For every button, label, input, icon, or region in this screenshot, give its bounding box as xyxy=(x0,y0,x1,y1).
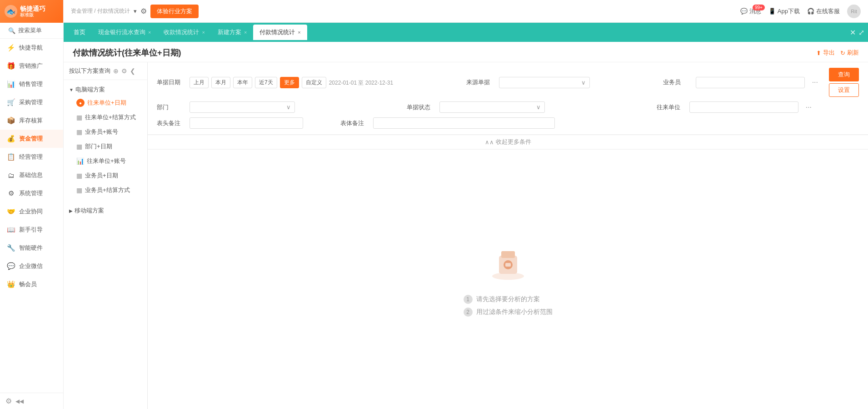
date-btn-7days[interactable]: 近7天 xyxy=(255,77,277,88)
sidebar-item-marketing[interactable]: 🎁 营销推广 xyxy=(0,57,63,75)
sidebar-item-quick-nav[interactable]: ⚡ 快捷导航 xyxy=(0,39,63,57)
basic-info-icon: 🗂 xyxy=(6,171,15,180)
partner-more-icon[interactable]: ··· xyxy=(806,103,812,111)
settings-button[interactable]: 设置 xyxy=(829,83,859,97)
scheme-item-staff-settlement[interactable]: ▦ 业务员+结算方式 xyxy=(64,183,147,197)
sidebar-item-guide[interactable]: 📖 新手引导 xyxy=(0,221,63,239)
breadcrumb-dropdown-icon[interactable]: ▾ xyxy=(134,8,137,15)
partner-input[interactable] xyxy=(689,101,798,113)
table-icon-4: ▦ xyxy=(76,172,82,179)
tip-text-1: 请先选择要分析的方案 xyxy=(476,295,540,303)
sidebar-item-system[interactable]: ⚙ 系统管理 xyxy=(0,184,63,202)
operations-icon: 📋 xyxy=(6,152,15,162)
empty-illustration xyxy=(485,242,531,288)
tip-num-1: 1 xyxy=(464,295,473,304)
tab-close-all-icon[interactable]: ✕ xyxy=(850,28,856,37)
sidebar-item-cooperation[interactable]: 🤝 企业协同 xyxy=(0,202,63,221)
sidebar: 🐟 畅捷通巧 标准版 🔍 搜索菜单 ⚡ 快捷导航 🎁 营销推广 📊 销售管理 🛒… xyxy=(0,0,64,409)
collapse-conditions-button[interactable]: ∧∧ 收起更多条件 xyxy=(485,138,531,146)
tab-home-label: 首页 xyxy=(74,28,85,36)
bottom-settings-icon[interactable]: ⚙ xyxy=(5,397,12,405)
sidebar-item-purchase[interactable]: 🛒 采购管理 xyxy=(0,93,63,111)
online-service-item[interactable]: 🎧 在线客服 xyxy=(807,7,840,15)
sidebar-item-inventory[interactable]: 📦 库存核算 xyxy=(0,111,63,130)
date-btn-more[interactable]: 更多 xyxy=(280,77,299,88)
inventory-icon: 📦 xyxy=(6,116,15,125)
tab-fullscreen-icon[interactable]: ⤢ xyxy=(858,28,864,37)
collapse-scheme-icon[interactable]: ❮ xyxy=(130,67,135,75)
scheme-item-staff-account[interactable]: ▦ 业务员+账号 xyxy=(64,125,147,139)
avatar[interactable]: Rit xyxy=(847,5,861,18)
sidebar-bottom: ⚙ ◀◀ xyxy=(0,393,63,409)
filter-row-2: 部门 ∨ 单据状态 ∨ 往来单位 ··· xyxy=(157,101,859,113)
sidebar-item-hardware[interactable]: 🔧 智能硬件 xyxy=(0,239,63,257)
sidebar-item-label: 企业协同 xyxy=(19,207,43,216)
logo-icon: 🐟 xyxy=(5,5,17,18)
scheme-item-partner-account[interactable]: 📊 往来单位+账号 xyxy=(64,154,147,168)
query-button[interactable]: 查询 xyxy=(829,68,859,81)
sidebar-collapse-icon[interactable]: ◀◀ xyxy=(15,398,24,404)
refresh-button[interactable]: ↻ 刷新 xyxy=(840,49,859,57)
date-btn-this-year[interactable]: 本年 xyxy=(233,77,252,88)
date-btn-custom[interactable]: 自定义 xyxy=(302,77,326,88)
tip-text-2: 用过滤条件来缩小分析范围 xyxy=(476,308,553,316)
scheme-panel-title: 按以下方案查询 xyxy=(69,67,110,75)
scheme-section-mobile-header[interactable]: ▶ 移动端方案 xyxy=(64,205,147,217)
date-btn-this-month[interactable]: 本月 xyxy=(211,77,230,88)
table-body-note-input[interactable] xyxy=(373,117,555,129)
mobile-arrow-icon: ▶ xyxy=(69,208,73,213)
sidebar-item-label: 智能硬件 xyxy=(19,244,43,252)
content-area: 按以下方案查询 ⊕ ⚙ ❮ ▼ 电脑端方案 ● 往来单位+日期 ▦ 往来单位+结… xyxy=(64,62,868,409)
scheme-item-partner-settlement[interactable]: ▦ 往来单位+结算方式 xyxy=(64,110,147,125)
tab-receipt-stats[interactable]: 收款情况统计 × xyxy=(157,25,211,40)
search-menu-label: 搜索菜单 xyxy=(18,26,42,35)
topbar-gear-icon[interactable]: ⚙ xyxy=(140,7,147,15)
table-icon-1: ▦ xyxy=(76,114,82,121)
sidebar-item-sales[interactable]: 📊 销售管理 xyxy=(0,75,63,93)
source-voucher-select[interactable]: ∨ xyxy=(499,77,590,88)
staff-more-icon[interactable]: ··· xyxy=(812,78,818,86)
scheme-item-partner-date[interactable]: ● 往来单位+日期 xyxy=(64,96,147,110)
app-download-item[interactable]: 📱 App下载 xyxy=(768,7,800,15)
partner-date-active-icon: ● xyxy=(76,99,85,107)
sales-icon: 📊 xyxy=(6,80,15,89)
scheme-item-staff-date[interactable]: ▦ 业务员+日期 xyxy=(64,168,147,183)
scheme-section-desktop-header[interactable]: ▼ 电脑端方案 xyxy=(64,84,147,96)
source-voucher-label: 来源单据 xyxy=(466,78,492,86)
logo-name: 畅捷通巧 xyxy=(20,5,45,13)
export-button[interactable]: ⬆ 导出 xyxy=(816,49,835,57)
messages-item[interactable]: 💬 消息 99+ xyxy=(740,7,761,15)
sidebar-item-basic-info[interactable]: 🗂 基础信息 xyxy=(0,166,63,184)
add-scheme-icon[interactable]: ⊕ xyxy=(113,67,119,75)
table-head-note-input[interactable] xyxy=(190,117,303,129)
refresh-icon: ↻ xyxy=(840,50,845,56)
trial-button[interactable]: 体验行业方案 xyxy=(150,5,199,18)
search-menu-item[interactable]: 🔍 搜索菜单 xyxy=(0,23,63,39)
tab-new-scheme-close-icon[interactable]: × xyxy=(244,30,247,35)
dept-select[interactable]: ∨ xyxy=(190,101,295,113)
scheme-item-dept-date[interactable]: ▦ 部门+日期 xyxy=(64,139,147,154)
tab-new-scheme-label: 新建方案 xyxy=(218,28,241,36)
tab-bank-flow-close-icon[interactable]: × xyxy=(148,30,151,35)
staff-input[interactable] xyxy=(696,77,805,88)
topbar-right: 💬 消息 99+ 📱 App下载 🎧 在线客服 Rit xyxy=(740,5,861,18)
tab-home[interactable]: 首页 xyxy=(67,25,92,40)
date-range-display: 2022-01-01 至 2022-12-31 xyxy=(329,79,393,87)
date-btn-last-month[interactable]: 上月 xyxy=(190,77,209,88)
tab-new-scheme[interactable]: 新建方案 × xyxy=(211,25,253,40)
sidebar-item-member[interactable]: 👑 畅会员 xyxy=(0,275,63,293)
settings-scheme-icon[interactable]: ⚙ xyxy=(121,67,127,75)
tab-bank-flow[interactable]: 现金银行流水查询 × xyxy=(92,25,157,40)
sidebar-item-wechat[interactable]: 💬 企业微信 xyxy=(0,257,63,275)
wechat-icon: 💬 xyxy=(6,262,15,271)
tab-payment-stats[interactable]: 付款情况统计 × xyxy=(253,25,307,40)
sidebar-item-label: 快捷导航 xyxy=(19,44,43,52)
tab-receipt-stats-close-icon[interactable]: × xyxy=(202,30,205,35)
sidebar-item-label: 经营管理 xyxy=(19,153,43,161)
sidebar-item-finance[interactable]: 💰 资金管理 xyxy=(0,130,63,148)
sidebar-item-label: 库存核算 xyxy=(19,116,43,125)
voucher-status-select[interactable]: ∨ xyxy=(439,101,545,113)
filter-collapse-bar: ∧∧ 收起更多条件 xyxy=(148,135,868,149)
tab-payment-stats-close-icon[interactable]: × xyxy=(298,30,300,35)
sidebar-item-operations[interactable]: 📋 经营管理 xyxy=(0,148,63,166)
